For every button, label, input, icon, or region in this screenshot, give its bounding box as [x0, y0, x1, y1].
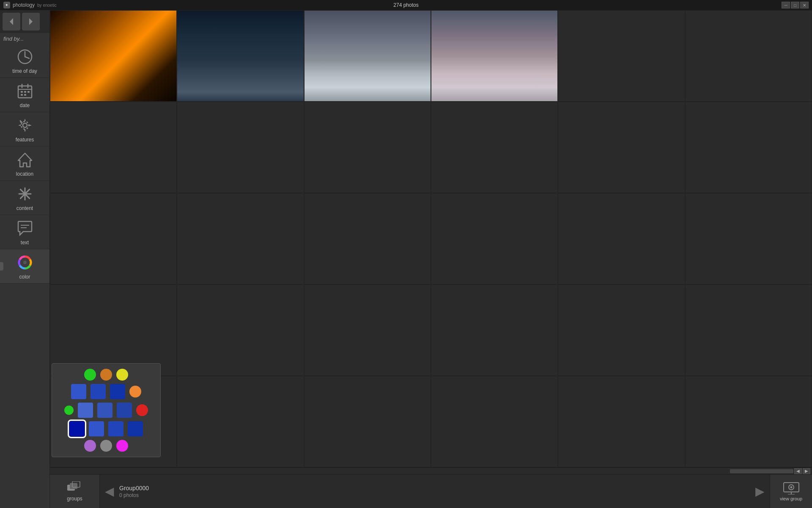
location-label: location — [16, 171, 33, 177]
view-group-label: view group — [780, 496, 802, 501]
home-icon — [15, 150, 35, 169]
color-blue-sq-e[interactable] — [108, 421, 123, 436]
color-purple-dot[interactable] — [84, 440, 96, 452]
color-blue-sq-c[interactable] — [117, 403, 132, 418]
app-by: by enoetic — [37, 3, 57, 8]
photo-cell-empty — [558, 376, 685, 467]
back-button[interactable] — [3, 13, 20, 30]
photo-cell-empty — [558, 10, 685, 102]
color-red-dot[interactable] — [136, 404, 148, 416]
active-indicator — [0, 262, 3, 271]
photo-cell-empty — [558, 284, 685, 376]
photo-thumbnail[interactable] — [177, 10, 304, 102]
photo-cell-empty — [685, 376, 812, 467]
color-row-5 — [57, 440, 155, 452]
photo-cell-empty — [685, 284, 812, 376]
photo-cell-empty — [177, 102, 304, 193]
svg-marker-1 — [29, 18, 33, 25]
color-blue-square-3[interactable] — [110, 384, 125, 399]
color-blue-selected-square[interactable] — [69, 421, 85, 436]
content-label: content — [16, 205, 33, 211]
color-blue-sq-d[interactable] — [89, 421, 104, 436]
group-prev-button[interactable]: ◀ — [105, 484, 114, 498]
sidebar: find by... time of day — [0, 10, 50, 508]
photo-thumbnail[interactable] — [304, 10, 431, 102]
text-label: text — [21, 240, 29, 246]
photo-cell-empty — [558, 102, 685, 193]
svg-rect-9 — [21, 91, 23, 93]
photo-cell-empty — [431, 284, 558, 376]
photo-count: 274 photos — [393, 2, 418, 8]
color-green-dot[interactable] — [84, 369, 96, 381]
svg-marker-0 — [10, 18, 13, 25]
sidebar-item-features[interactable]: features — [0, 112, 49, 146]
groups-panel[interactable]: groups — [50, 475, 100, 508]
scroll-left-button[interactable]: ◀ — [794, 468, 802, 474]
find-by-label: find by... — [0, 33, 49, 44]
app-logo: ✦ — [3, 2, 10, 8]
color-blue-square-2[interactable] — [91, 384, 106, 399]
window-controls: ─ □ ✕ — [782, 2, 809, 8]
color-orange-dot[interactable] — [129, 386, 141, 398]
photo-cell-empty — [558, 193, 685, 284]
sidebar-item-text[interactable]: text — [0, 215, 49, 249]
color-green-small-dot[interactable] — [64, 406, 74, 415]
app-name: photology — [13, 2, 35, 8]
color-blue-square-1[interactable] — [71, 384, 86, 399]
scrollbar-area: ◀ ▶ — [50, 467, 812, 474]
scroll-track[interactable] — [730, 469, 793, 473]
photo-cell-empty — [431, 102, 558, 193]
scroll-right-button[interactable]: ▶ — [803, 468, 810, 474]
photo-cell-empty — [50, 193, 177, 284]
view-group-panel[interactable]: view group — [770, 475, 812, 508]
maximize-button[interactable]: □ — [791, 2, 799, 8]
forward-button[interactable] — [22, 13, 40, 30]
color-blue-sq-b[interactable] — [97, 403, 112, 418]
sidebar-item-content[interactable]: content — [0, 181, 49, 215]
speech-bubble-icon — [15, 218, 35, 238]
photo-thumbnail[interactable] — [431, 10, 558, 102]
svg-point-14 — [23, 123, 27, 127]
photo-cell-empty — [431, 376, 558, 467]
color-yellow-dot[interactable] — [116, 369, 128, 381]
group-info: Group0000 0 photos — [119, 485, 750, 498]
svg-point-24 — [23, 261, 27, 264]
photo-cell-empty — [304, 193, 431, 284]
photo-cell-empty — [304, 102, 431, 193]
sidebar-item-date[interactable]: date — [0, 78, 49, 112]
photo-cell-empty — [304, 376, 431, 467]
color-picker-popup — [52, 363, 161, 457]
sidebar-item-color[interactable]: color — [0, 249, 49, 284]
photo-cell-empty — [685, 193, 812, 284]
asterisk-icon — [15, 184, 35, 204]
color-row-2 — [57, 384, 155, 399]
photo-thumbnail[interactable] — [50, 10, 177, 102]
svg-line-4 — [25, 57, 29, 58]
calendar-icon — [15, 81, 35, 101]
close-button[interactable]: ✕ — [800, 2, 809, 8]
minimize-button[interactable]: ─ — [782, 2, 790, 8]
groups-label: groups — [67, 496, 82, 502]
app-title: ✦ photology by enoetic — [3, 2, 57, 8]
sidebar-item-location[interactable]: location — [0, 146, 49, 181]
sidebar-item-time-of-day[interactable]: time of day — [0, 44, 49, 78]
color-blue-sq-a[interactable] — [78, 403, 93, 418]
color-magenta-dot[interactable] — [116, 440, 128, 452]
features-label: features — [16, 137, 34, 143]
svg-rect-10 — [24, 91, 26, 93]
bottom-bar: groups ◀ Group0000 0 photos ▶ view — [50, 474, 812, 508]
color-row-3 — [57, 403, 155, 418]
gear-icon — [15, 116, 35, 135]
clock-icon — [15, 47, 35, 66]
time-of-day-label: time of day — [12, 68, 37, 74]
color-gray-dot[interactable] — [100, 440, 112, 452]
group-name: Group0000 — [119, 485, 750, 491]
svg-rect-26 — [70, 483, 77, 489]
color-label: color — [19, 274, 30, 280]
color-blue-sq-f[interactable] — [128, 421, 143, 436]
groups-icon — [67, 481, 82, 494]
group-next-button[interactable]: ▶ — [755, 484, 765, 498]
svg-rect-12 — [21, 94, 23, 96]
content-area: current search — [50, 10, 812, 508]
color-orange-brown-dot[interactable] — [100, 369, 112, 381]
